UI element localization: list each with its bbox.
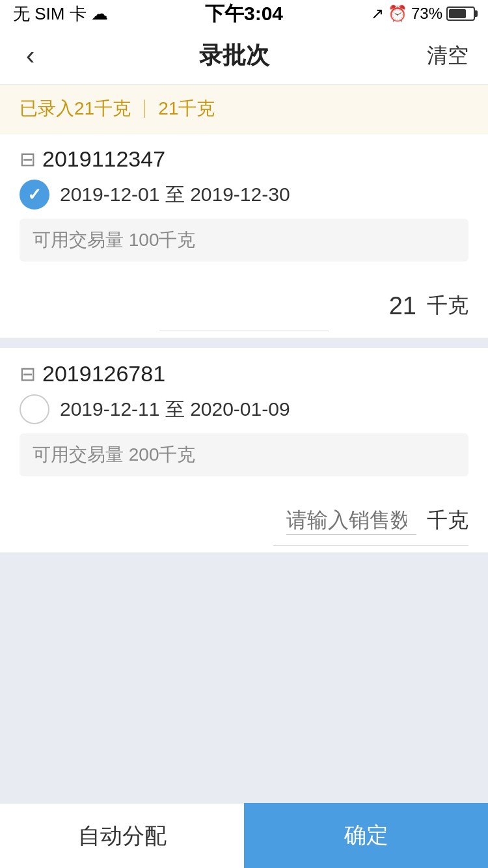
batch-2-input-row: 千克	[0, 496, 488, 545]
info-divider	[144, 100, 145, 118]
divider-1	[159, 331, 329, 331]
batch-1-date: 2019-12-01 至 2019-12-30	[60, 182, 290, 208]
batch-2-qty-input[interactable]	[286, 506, 416, 535]
auto-distribute-button[interactable]: 自动分配	[0, 803, 244, 868]
batch-card-2: ⊟ 2019126781 2019-12-11 至 2020-01-09 可用交…	[0, 348, 488, 552]
clock-icon: ⏰	[388, 5, 407, 23]
nav-bar: ‹ 录批次 清空	[0, 27, 488, 85]
batch-1-available: 可用交易量 100千克	[20, 219, 468, 262]
batch-1-header: ⊟ 2019112347	[20, 146, 468, 172]
divider-2	[273, 545, 468, 546]
batch-2-date: 2019-12-11 至 2020-01-09	[60, 396, 290, 423]
section-divider	[0, 338, 488, 348]
batch-1-radio[interactable]	[20, 180, 49, 210]
location-icon: ↗	[371, 5, 384, 23]
batch-1-input-row: 21 千克	[0, 281, 488, 331]
batch-2-radio[interactable]	[20, 394, 49, 424]
status-time: 下午3:04	[205, 1, 283, 27]
entered-amount-label: 已录入21千克	[20, 96, 131, 121]
batch-2-id: 2019126781	[42, 361, 165, 387]
batch-card-1: ⊟ 2019112347 2019-12-01 至 2019-12-30 可用交…	[0, 133, 488, 338]
confirm-button[interactable]: 确定	[244, 803, 488, 868]
doc-icon-1: ⊟	[20, 148, 36, 170]
status-right: ↗ ⏰ 73%	[371, 5, 475, 23]
batch-2-unit: 千克	[427, 506, 468, 535]
sim-label: 无 SIM 卡 ☁	[13, 3, 108, 25]
status-bar: 无 SIM 卡 ☁ 下午3:04 ↗ ⏰ 73%	[0, 0, 488, 27]
batch-1-qty-value: 21	[389, 292, 416, 320]
doc-icon-2: ⊟	[20, 362, 36, 385]
info-bar: 已录入21千克 21千克	[0, 85, 488, 133]
back-button[interactable]: ‹	[20, 34, 41, 77]
page-title: 录批次	[199, 40, 269, 72]
bottom-bar: 自动分配 确定	[0, 803, 488, 868]
batch-2-available: 可用交易量 200千克	[20, 433, 468, 476]
clear-button[interactable]: 清空	[427, 42, 468, 70]
battery-percent: 73%	[411, 5, 442, 23]
batch-1-unit: 千克	[427, 292, 468, 320]
batch-2-row: 2019-12-11 至 2020-01-09	[20, 394, 468, 424]
batch-2-header: ⊟ 2019126781	[20, 361, 468, 387]
status-left: 无 SIM 卡 ☁	[13, 3, 108, 25]
battery-icon	[446, 7, 475, 21]
entered-amount-value: 21千克	[158, 96, 215, 121]
batch-1-id: 2019112347	[42, 146, 165, 172]
batch-1-row: 2019-12-01 至 2019-12-30	[20, 180, 468, 210]
